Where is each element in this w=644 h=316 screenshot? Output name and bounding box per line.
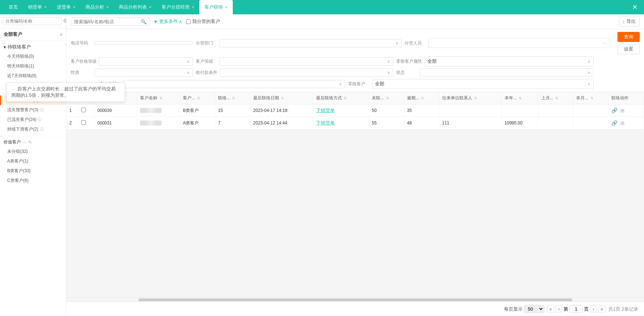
last-page-btn[interactable]: »: [598, 306, 606, 313]
current-page-input[interactable]: [570, 305, 583, 313]
phone-input[interactable]: [94, 41, 193, 45]
sidebar-item-unclassified[interactable]: 未分组(32): [0, 147, 66, 156]
query-button[interactable]: 查询: [617, 32, 640, 42]
th-unread[interactable]: 未联... ⇅: [369, 92, 404, 104]
main-search-icon[interactable]: 🔍: [141, 19, 147, 24]
table-wrapper: ⚙ 客户编码 ⇅ 客户名称 ⇅ 客户... ⇅ 联络... ⇅ 最后联络日期 ⇅…: [66, 92, 644, 297]
my-customers-checkbox[interactable]: [186, 19, 191, 24]
price-level-label: 客户价格等级: [71, 58, 97, 65]
price-level-select[interactable]: ∨: [99, 57, 193, 66]
nav-close-商品分析[interactable]: ×: [106, 5, 109, 10]
grid-icon[interactable]: ⊞: [620, 108, 625, 113]
manager-label: 分管人员: [404, 40, 426, 46]
grid-icon[interactable]: ⊞: [620, 120, 625, 126]
cell-check[interactable]: [78, 117, 94, 129]
th-last-date[interactable]: 最后联络日期 ⇅: [250, 92, 313, 104]
cell-overdue: 35: [404, 104, 439, 117]
my-customers-filter: 我分管的客户: [186, 18, 220, 25]
content-main: 🔍 ▼ 更多条件 ∧ 我分管的客户 ↑ 导出: [66, 14, 644, 316]
sidebar-item-today[interactable]: 今天待联络(0): [0, 52, 66, 61]
nature-select[interactable]: ∨: [94, 69, 193, 77]
nav-item-客户分层经营[interactable]: 客户分层经营 ×: [157, 0, 199, 14]
sidebar-item-declining[interactable]: 持续下滑客户(2) ⓘ: [0, 124, 66, 134]
link-icon[interactable]: 🔗: [611, 108, 617, 113]
settings-button[interactable]: 设置: [617, 44, 640, 54]
cell-this-year: [501, 104, 538, 117]
prev-page-btn[interactable]: ‹: [556, 306, 562, 313]
nav-item-进货单[interactable]: 进货单 ×: [52, 0, 80, 14]
nav-item-首页[interactable]: 首页: [4, 0, 23, 14]
th-last-month[interactable]: 上月... ⇅: [538, 92, 573, 104]
cell-index: 2: [66, 117, 78, 129]
sidebar-search-icon[interactable]: 🔍: [63, 19, 66, 24]
scrollbar-thumb: [138, 298, 572, 301]
edit-icon[interactable]: ✎: [28, 140, 32, 145]
cell-last-method[interactable]: 下销货单: [313, 104, 369, 117]
cell-check[interactable]: [78, 104, 94, 117]
nav-item-商品分析列表[interactable]: 商品分析列表 ×: [114, 0, 157, 14]
link-icon[interactable]: 🔗: [611, 120, 617, 126]
sidebar-item-b-class[interactable]: B类客户(33): [0, 166, 66, 176]
th-level[interactable]: 客户... ⇅: [180, 92, 215, 104]
cell-last-month: [538, 104, 573, 117]
nav-item-商品分析[interactable]: 商品分析 ×: [80, 0, 114, 14]
next-page-btn[interactable]: ›: [590, 306, 597, 313]
sidebar-item-c-class[interactable]: C类客户(6): [0, 176, 66, 185]
cell-this-year: 10995.00: [501, 117, 538, 129]
sidebar-all-customers[interactable]: 全部客户 »: [0, 28, 66, 41]
nav-close-客户分层经营[interactable]: ×: [192, 5, 194, 10]
payment-select[interactable]: ∨: [219, 69, 393, 77]
cell-last-date: 2023-04-12 14:44:: [250, 117, 313, 129]
nav-item-客户联络[interactable]: 客户联络 ×: [199, 0, 233, 14]
status-select[interactable]: ∨: [420, 69, 594, 77]
nav-close-销货单[interactable]: ×: [44, 5, 47, 10]
table-header-row: ⚙ 客户编码 ⇅ 客户名称 ⇅ 客户... ⇅ 联络... ⇅ 最后联络日期 ⇅…: [66, 92, 644, 104]
sidebar-item-churn-warning[interactable]: 流失预警客户(3) ⓘ: [0, 105, 66, 115]
th-this-year[interactable]: 本年... ⇅: [501, 92, 538, 104]
filter-area: 电话号码 分管部门 ∨ 分管人员 ··· 查询 设置: [66, 29, 644, 92]
th-name[interactable]: 客户名称 ⇅: [137, 92, 180, 104]
nav-close-客户联络[interactable]: ×: [225, 5, 228, 10]
page-unit: 页: [584, 306, 589, 312]
manager-select[interactable]: ···: [428, 38, 610, 48]
dept-select[interactable]: ∨: [219, 39, 402, 47]
sidebar-item-a-class[interactable]: A类客户(1): [0, 156, 66, 166]
retail-cust-label: 零散客户: [348, 81, 370, 87]
chevron-up-icon: ∧: [179, 19, 182, 24]
per-page-select[interactable]: 50 100 200: [524, 305, 544, 313]
my-customers-label: 我分管的客户: [192, 18, 220, 25]
tooltip-text: 距客户上次交易时长，超过了此客户的平均交易周期的1.5倍，则视为异常。: [66, 86, 116, 98]
th-contacts[interactable]: 往来单位联系人 ⇅: [439, 92, 501, 104]
retail-attr-select[interactable]: 全部∨: [424, 56, 594, 66]
sidebar-item-churned[interactable]: 已流失客户(24) ⓘ: [0, 115, 66, 124]
cust-level-select[interactable]: ∨: [219, 57, 393, 66]
retail-cust-select[interactable]: 全部∨: [372, 79, 594, 89]
th-overdue[interactable]: 逾期... ⇅: [404, 92, 439, 104]
cell-actions[interactable]: 🔗⊞: [608, 117, 644, 129]
nav-close-商品分析列表[interactable]: ×: [149, 5, 152, 10]
cell-contacts: [439, 104, 501, 117]
main-search-input[interactable]: [74, 19, 139, 24]
cell-actions[interactable]: 🔗⊞: [608, 104, 644, 117]
sidebar-search-input[interactable]: [3, 17, 62, 25]
refresh-icon[interactable]: ○: [23, 140, 26, 145]
cust-type-select[interactable]: ∨: [123, 80, 345, 88]
cell-last-method[interactable]: 下销货单: [313, 117, 369, 129]
sidebar-collapse-icon[interactable]: »: [60, 32, 62, 37]
th-last-method[interactable]: 最后联络方式 ⇅: [313, 92, 369, 104]
sidebar-group-pending-title[interactable]: ▾ 待联络客户: [0, 42, 66, 52]
all-customers-label: 全部客户: [4, 31, 22, 38]
horizontal-scrollbar[interactable]: [66, 297, 644, 302]
nav-item-销货单[interactable]: 销货单 ×: [23, 0, 52, 14]
th-this-month[interactable]: 本月... ⇅: [573, 92, 608, 104]
export-button[interactable]: ↑ 导出: [619, 16, 640, 27]
sidebar-item-tomorrow[interactable]: 明天待联络(1): [0, 61, 66, 71]
payment-label: 收付款条件: [196, 70, 217, 76]
sidebar-item-7days[interactable]: 近7天待联络(0): [0, 71, 66, 81]
window-close-btn[interactable]: ✕: [629, 3, 640, 11]
th-contact[interactable]: 联络... ⇅: [215, 92, 250, 104]
nav-close-进货单[interactable]: ×: [73, 5, 75, 10]
more-conditions-btn[interactable]: ▼ 更多条件 ∧: [153, 18, 182, 25]
sidebar: 🔍 全部客户 » ▾ 待联络客户 今天待联络(0) 明天待联络(1) 近7天待联…: [0, 14, 66, 316]
first-page-btn[interactable]: «: [547, 306, 555, 313]
